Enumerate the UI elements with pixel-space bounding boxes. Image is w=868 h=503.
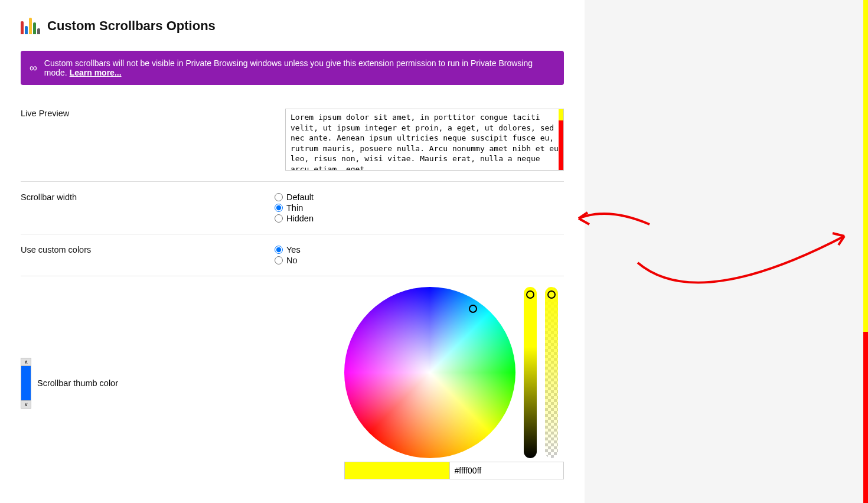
slider-cursor-icon[interactable]	[547, 290, 556, 299]
row-live-preview: Live Preview Lorem ipsum dolor sit amet,…	[21, 98, 564, 182]
page-scrollbar[interactable]	[863, 0, 868, 503]
row-scrollbar-width: Scrollbar width Default Thin Hidden	[21, 182, 564, 234]
custom-colors-label: Use custom colors	[21, 245, 275, 254]
live-preview-label: Live Preview	[21, 109, 275, 118]
hex-input[interactable]	[450, 462, 564, 479]
radio-width-thin[interactable]: Thin	[275, 203, 564, 213]
thumb-color-label: Scrollbar thumb color	[37, 378, 118, 388]
infinity-icon: ∞	[30, 62, 37, 74]
color-wheel[interactable]	[344, 287, 515, 458]
current-color-swatch	[21, 366, 31, 400]
radio-label: No	[286, 256, 298, 265]
banner-text: Custom scrollbars will not be visible in…	[44, 58, 555, 77]
stepper-down-button[interactable]: ∨	[21, 400, 31, 409]
custom-colors-radio-group: Yes No	[275, 245, 564, 265]
radio-label: Thin	[286, 203, 303, 213]
radio-label: Yes	[286, 245, 301, 254]
scrollbar-width-label: Scrollbar width	[21, 192, 275, 202]
color-picker	[344, 287, 564, 479]
radio-colors-yes[interactable]: Yes	[275, 245, 564, 254]
thumb-left: ∧ ∨ Scrollbar thumb color	[21, 358, 118, 409]
row-thumb-color: ∧ ∨ Scrollbar thumb color	[21, 276, 564, 490]
alpha-slider[interactable]	[545, 287, 558, 458]
app-logo-icon	[21, 18, 40, 34]
preview-text: Lorem ipsum dolor sit amet, in porttitor…	[291, 113, 559, 171]
row-custom-colors: Use custom colors Yes No	[21, 234, 564, 276]
wheel-cursor-icon[interactable]	[469, 305, 477, 313]
radio-colors-no[interactable]: No	[275, 256, 564, 265]
radio-label: Default	[286, 192, 314, 202]
slider-cursor-icon[interactable]	[526, 290, 534, 299]
radio-width-hidden[interactable]: Hidden	[275, 214, 564, 223]
radio-width-default[interactable]: Default	[275, 192, 564, 202]
radio-label: Hidden	[286, 214, 314, 223]
live-preview-box[interactable]: Lorem ipsum dolor sit amet, in porttitor…	[285, 109, 564, 171]
options-panel: Custom Scrollbars Options ∞ Custom scrol…	[0, 0, 585, 503]
header: Custom Scrollbars Options	[21, 18, 564, 34]
private-browsing-banner: ∞ Custom scrollbars will not be visible …	[21, 51, 564, 85]
learn-more-link[interactable]: Learn more...	[70, 68, 122, 77]
annotation-arrows-icon	[573, 207, 850, 307]
width-radio-group: Default Thin Hidden	[275, 192, 564, 223]
color-stepper: ∧ ∨	[21, 358, 31, 409]
page-title: Custom Scrollbars Options	[47, 18, 216, 34]
stepper-up-button[interactable]: ∧	[21, 358, 31, 366]
preview-scrollbar[interactable]	[559, 109, 563, 170]
selected-color-swatch	[344, 462, 450, 479]
lightness-slider[interactable]	[524, 287, 537, 458]
